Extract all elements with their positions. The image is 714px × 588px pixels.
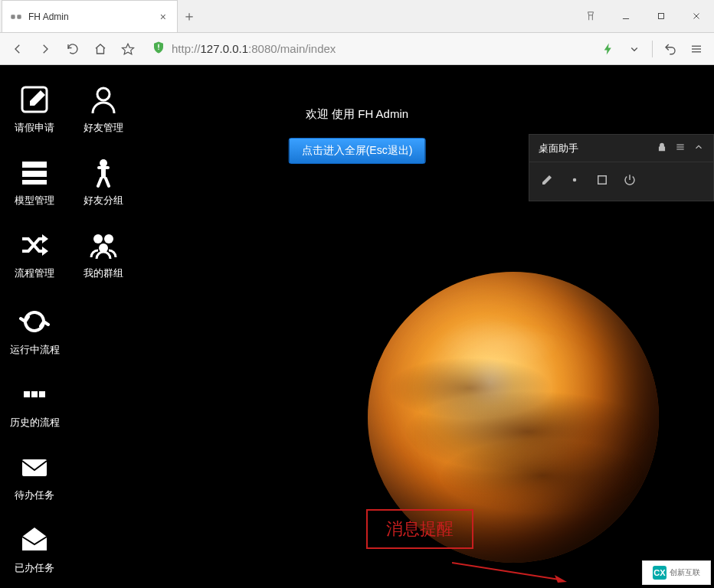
- shuffle-icon: [19, 230, 50, 260]
- desktop-icon-friend-manage[interactable]: 好友管理: [69, 73, 138, 145]
- svg-rect-1: [17, 15, 21, 18]
- desktop-icon-label: 待办任务: [15, 488, 54, 502]
- app-content: 欢迎 使用 FH Admin 点击进入全屏(Esc退出) 请假申请好友管理模型管…: [0, 65, 714, 588]
- browser-tab-bar: FH Admin × ＋: [0, 0, 714, 33]
- address-bar[interactable]: http://127.0.0.1:8080/main/index: [152, 41, 585, 57]
- window-close-button[interactable]: [679, 0, 714, 32]
- window-maximize-button[interactable]: [644, 0, 679, 32]
- desktop-icon-label: 好友分组: [84, 194, 123, 207]
- ellipsis-icon: [19, 379, 50, 410]
- svg-rect-0: [11, 15, 15, 18]
- menu-icon[interactable]: [685, 38, 708, 60]
- desktop-icon-label: 我的群组: [84, 266, 123, 280]
- url-text: http://127.0.0.1:8080/main/index: [172, 42, 336, 55]
- desktop-icon-running-flow[interactable]: 运行中流程: [0, 295, 69, 368]
- annotation-arrow-icon: [452, 561, 567, 584]
- desktop-icon-leave-request[interactable]: 请假申请: [0, 73, 69, 145]
- tab-title: FH Admin: [28, 11, 157, 22]
- desktop-icon-label: 流程管理: [15, 266, 54, 280]
- favorite-button[interactable]: [116, 38, 139, 60]
- reload-button[interactable]: [61, 38, 84, 60]
- dropdown-icon[interactable]: [623, 38, 646, 60]
- power-icon[interactable]: [623, 173, 637, 190]
- desktop-icon-history-flow[interactable]: 历史的流程: [0, 368, 69, 440]
- assistant-title: 桌面助手: [539, 142, 649, 155]
- envelope-icon: [19, 452, 50, 482]
- undo-icon[interactable]: [659, 38, 682, 60]
- desktop-icon-label: 运行中流程: [10, 343, 60, 357]
- tab-close-icon[interactable]: ×: [157, 11, 169, 23]
- users-group-icon: [88, 230, 119, 260]
- menu-icon[interactable]: [675, 142, 686, 155]
- desktop-icon-label: 历史的流程: [10, 416, 60, 430]
- desktop-icon-label: 好友管理: [84, 121, 123, 135]
- browser-toolbar: http://127.0.0.1:8080/main/index: [0, 33, 714, 65]
- desktop-icon-done-tasks[interactable]: 已办任务: [0, 513, 69, 586]
- tab-favicon: [10, 11, 22, 23]
- edit-icon[interactable]: [540, 173, 554, 190]
- message-alert-box[interactable]: 消息提醒: [366, 509, 473, 549]
- svg-point-13: [573, 178, 577, 182]
- gear-icon[interactable]: [568, 173, 581, 190]
- list-rows-icon: [19, 157, 50, 188]
- envelope-open-icon: [19, 524, 50, 555]
- watermark-text: 创新互联: [670, 567, 700, 578]
- desktop-icon-my-groups[interactable]: 我的群组: [69, 218, 138, 291]
- watermark: CX 创新互联: [642, 560, 711, 585]
- desktop-icon-model-manage[interactable]: 模型管理: [0, 145, 69, 218]
- shield-icon: [152, 41, 165, 57]
- svg-marker-16: [555, 575, 567, 583]
- back-button[interactable]: [6, 38, 29, 60]
- desktop-assistant-panel: 桌面助手: [529, 134, 714, 201]
- square-icon[interactable]: [595, 173, 609, 190]
- desktop-icon-pending-tasks[interactable]: 待办任务: [0, 440, 69, 513]
- fullscreen-button[interactable]: 点击进入全屏(Esc退出): [289, 138, 426, 164]
- svg-line-15: [452, 563, 559, 580]
- watermark-logo-icon: CX: [653, 566, 667, 580]
- new-tab-button[interactable]: ＋: [178, 0, 201, 32]
- home-button[interactable]: [89, 38, 112, 60]
- lock-icon[interactable]: [657, 142, 667, 155]
- browser-tab[interactable]: FH Admin ×: [2, 0, 178, 32]
- desktop-icon-label: 已办任务: [15, 561, 54, 575]
- forward-button[interactable]: [34, 38, 57, 60]
- user-icon: [88, 84, 119, 115]
- svg-rect-3: [659, 14, 664, 19]
- refresh-icon: [19, 306, 50, 337]
- speed-indicator-icon[interactable]: [597, 38, 620, 60]
- desktop-icon-flow-manage[interactable]: 流程管理: [0, 218, 69, 291]
- desktop-icon-label: 请假申请: [15, 121, 54, 135]
- desktop-icon-friend-group[interactable]: 好友分组: [69, 145, 138, 218]
- desktop-icon-label: 模型管理: [15, 194, 54, 207]
- browser-action-icon[interactable]: [573, 0, 608, 32]
- window-minimize-button[interactable]: [608, 0, 644, 32]
- edit-square-icon: [19, 84, 50, 115]
- person-standing-icon: [88, 157, 119, 188]
- svg-rect-14: [598, 176, 607, 185]
- separator: [652, 41, 653, 57]
- svg-marker-6: [123, 44, 134, 54]
- message-alert-label: 消息提醒: [386, 518, 454, 541]
- chevron-up-icon[interactable]: [693, 142, 704, 155]
